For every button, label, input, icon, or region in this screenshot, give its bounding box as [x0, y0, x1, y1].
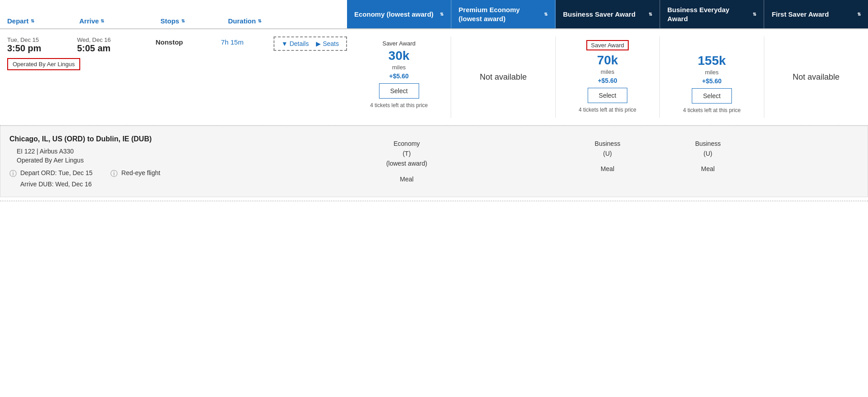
- flight-details-right: Economy (T) (lowest award) Meal Business…: [356, 135, 859, 188]
- business-saver-sort-icon: ⇅: [649, 12, 652, 17]
- first-saver-price-cell: Not available: [764, 36, 868, 118]
- flight-details-left: Chicago, IL, US (ORD) to Dublin, IE (DUB…: [9, 135, 356, 188]
- award-price-cells: Saver Award 30k miles +$5.60 Select 4 ti…: [347, 36, 868, 118]
- business-saver-price-cell: Saver Award 70k miles +$5.60 Select 4 ti…: [556, 36, 660, 118]
- award-column-headers: Economy (lowest award) ⇅ Premium Economy…: [347, 0, 868, 28]
- economy-header[interactable]: Economy (lowest award) ⇅: [347, 0, 452, 28]
- business-saver-header[interactable]: Business Saver Award ⇅: [556, 0, 660, 28]
- flight-actions-box: ▼ Details ▶ Seats: [274, 36, 347, 51]
- flight-info: Tue, Dec 15 3:50 pm Wed, Dec 16 5:05 am …: [0, 36, 347, 70]
- warning-icon-redeye: ⓘ: [110, 169, 118, 179]
- duration-sort-icon: ⇅: [258, 18, 261, 23]
- business-saver-select-button[interactable]: Select: [588, 88, 628, 103]
- chevron-down-icon: ▼: [282, 40, 288, 47]
- stops-sort-icon: ⇅: [181, 18, 185, 23]
- duration-header[interactable]: Duration ⇅: [228, 17, 282, 25]
- stops-header[interactable]: Stops ⇅: [160, 17, 228, 25]
- flight-depart: Tue, Dec 15 3:50 pm: [7, 36, 77, 54]
- details-button[interactable]: ▼ Details: [282, 40, 309, 47]
- business-everyday-price-cell: 155k miles +$5.60 Select 4 tickets left …: [660, 36, 764, 118]
- flight-column-headers: Depart ⇅ Arrive ⇅ Stops ⇅ Duration: [0, 0, 347, 28]
- economy-detail-cell: Economy (T) (lowest award) Meal: [356, 135, 457, 188]
- premium-economy-sort-icon: ⇅: [544, 12, 548, 17]
- warning-icon-depart: ⓘ: [9, 169, 17, 179]
- header-row: Depart ⇅ Arrive ⇅ Stops ⇅ Duration: [0, 0, 868, 29]
- flight-stops: Nonstop: [155, 36, 221, 46]
- premium-economy-detail-cell: [457, 135, 557, 188]
- arrive-header[interactable]: Arrive ⇅: [79, 17, 160, 25]
- first-saver-header[interactable]: First Saver Award ⇅: [764, 0, 868, 28]
- arrive-sort-icon: ⇅: [101, 18, 104, 23]
- flight-details-section: Chicago, IL, US (ORD) to Dublin, IE (DUB…: [0, 126, 868, 198]
- flight-duration: 7h 15m: [221, 36, 273, 46]
- depart-info: ⓘ Depart ORD: Tue, Dec 15: [9, 169, 92, 179]
- red-eye-info: ⓘ Red-eye flight: [110, 169, 160, 179]
- bottom-divider: [0, 201, 868, 201]
- flight-row: Tue, Dec 15 3:50 pm Wed, Dec 16 5:05 am …: [0, 29, 868, 126]
- business-everyday-detail-cell: Business (U) Meal: [658, 135, 758, 188]
- economy-price-cell: Saver Award 30k miles +$5.60 Select 4 ti…: [347, 36, 451, 118]
- seats-button[interactable]: ▶ Seats: [316, 40, 339, 47]
- business-saver-detail-cell: Business (U) Meal: [557, 135, 658, 188]
- business-everyday-sort-icon: ⇅: [753, 12, 756, 17]
- premium-economy-price-cell: Not available: [451, 36, 555, 118]
- first-saver-sort-icon: ⇅: [857, 12, 861, 17]
- depart-header[interactable]: Depart ⇅: [7, 17, 79, 25]
- flight-arrive: Wed, Dec 16 5:05 am: [77, 36, 155, 54]
- business-everyday-header[interactable]: Business Everyday Award ⇅: [660, 0, 765, 28]
- business-everyday-select-button[interactable]: Select: [692, 88, 732, 104]
- premium-economy-header[interactable]: Premium Economy (lowest award) ⇅: [452, 0, 556, 28]
- operated-by-badge: Operated By Aer Lingus: [7, 58, 80, 70]
- depart-sort-icon: ⇅: [31, 18, 34, 23]
- first-saver-detail-cell: [758, 135, 859, 188]
- arrive-info: Arrive DUB: Wed, Dec 16: [9, 180, 356, 188]
- economy-select-button[interactable]: Select: [379, 83, 419, 99]
- chevron-right-icon: ▶: [316, 40, 321, 47]
- economy-sort-icon: ⇅: [440, 12, 443, 17]
